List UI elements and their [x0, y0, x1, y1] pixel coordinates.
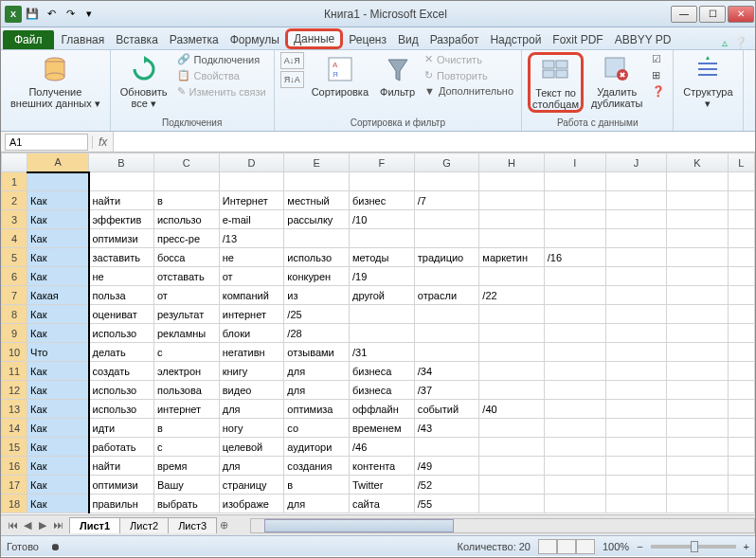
connections-button[interactable]: 🔗Подключения: [175, 52, 268, 66]
cell-K13[interactable]: [667, 400, 728, 419]
cell-I3[interactable]: [544, 210, 605, 229]
sort-az-button[interactable]: А↓Я: [280, 52, 304, 69]
cell-A8[interactable]: Как: [27, 305, 89, 324]
cell-K15[interactable]: [667, 438, 728, 457]
cell-D7[interactable]: компаний: [219, 286, 284, 305]
cell-L1[interactable]: [728, 172, 754, 191]
tab-view[interactable]: Вид: [392, 30, 424, 49]
cell-B15[interactable]: работать: [89, 438, 154, 457]
zoom-in-button[interactable]: +: [744, 541, 749, 552]
redo-icon[interactable]: ↷: [62, 6, 79, 23]
cell-K11[interactable]: [667, 362, 728, 381]
cell-K14[interactable]: [667, 419, 728, 438]
cell-H12[interactable]: [479, 381, 544, 400]
cell-J6[interactable]: [606, 267, 667, 286]
view-layout-button[interactable]: [557, 539, 576, 554]
close-button[interactable]: ✕: [728, 6, 754, 23]
cell-K10[interactable]: [667, 343, 728, 362]
cell-K16[interactable]: [667, 457, 728, 476]
cell-C1[interactable]: [153, 172, 219, 191]
cell-H7[interactable]: /22: [479, 286, 544, 305]
cell-A18[interactable]: Как: [27, 495, 89, 513]
cell-J9[interactable]: [606, 324, 667, 343]
cell-A15[interactable]: Как: [27, 438, 89, 457]
cell-H9[interactable]: [479, 324, 544, 343]
cell-F4[interactable]: [349, 229, 414, 248]
cell-F15[interactable]: /46: [349, 438, 414, 457]
cell-J18[interactable]: [606, 495, 667, 513]
cell-H2[interactable]: [479, 191, 544, 210]
cell-L3[interactable]: [728, 210, 754, 229]
cell-L15[interactable]: [728, 438, 754, 457]
cell-I12[interactable]: [544, 381, 605, 400]
cell-J13[interactable]: [606, 400, 667, 419]
cell-B7[interactable]: польза: [89, 286, 154, 305]
cell-G1[interactable]: [414, 172, 479, 191]
cell-C7[interactable]: от: [153, 286, 219, 305]
cell-B6[interactable]: не: [89, 267, 154, 286]
cell-J10[interactable]: [606, 343, 667, 362]
row-header-6[interactable]: 6: [2, 267, 27, 286]
cell-H14[interactable]: [479, 419, 544, 438]
cell-L8[interactable]: [728, 305, 754, 324]
cell-A7[interactable]: Какая: [27, 286, 89, 305]
cell-A5[interactable]: Как: [27, 248, 89, 267]
row-header-7[interactable]: 7: [2, 286, 27, 305]
row-header-5[interactable]: 5: [2, 248, 27, 267]
cell-F12[interactable]: бизнеса: [349, 381, 414, 400]
consolidate-button[interactable]: ⊞: [650, 68, 667, 82]
col-header-J[interactable]: J: [606, 153, 667, 172]
cell-L11[interactable]: [728, 362, 754, 381]
cell-I13[interactable]: [544, 400, 605, 419]
cell-A10[interactable]: Что: [27, 343, 89, 362]
refresh-all-button[interactable]: Обновить все ▾: [117, 52, 171, 111]
cell-D15[interactable]: целевой: [219, 438, 284, 457]
name-box[interactable]: [5, 134, 88, 151]
tab-nav-next[interactable]: ▶: [35, 519, 50, 531]
cell-A9[interactable]: Как: [27, 324, 89, 343]
cell-K8[interactable]: [667, 305, 728, 324]
cell-A13[interactable]: Как: [27, 400, 89, 419]
tab-review[interactable]: Реценз: [343, 30, 392, 49]
cell-D16[interactable]: для: [219, 457, 284, 476]
cell-J4[interactable]: [606, 229, 667, 248]
cell-B10[interactable]: делать: [89, 343, 154, 362]
tab-nav-prev[interactable]: ◀: [20, 519, 35, 531]
cell-B14[interactable]: идти: [89, 419, 154, 438]
cell-F10[interactable]: /31: [349, 343, 414, 362]
cell-D17[interactable]: страницу: [219, 476, 284, 495]
cell-F18[interactable]: сайта: [349, 495, 414, 513]
cell-B3[interactable]: эффектив: [89, 210, 154, 229]
cell-C10[interactable]: с: [153, 343, 219, 362]
text-to-columns-button[interactable]: Текст по столбцам: [528, 52, 584, 113]
clear-button[interactable]: ✕Очистить: [423, 52, 515, 66]
cell-F17[interactable]: Twitter: [349, 476, 414, 495]
cell-C6[interactable]: отставать: [153, 267, 219, 286]
cell-L2[interactable]: [728, 191, 754, 210]
cell-E14[interactable]: со: [284, 419, 350, 438]
edit-links-button[interactable]: ✎Изменить связи: [175, 84, 268, 99]
cell-I6[interactable]: [544, 267, 605, 286]
cell-G6[interactable]: [414, 267, 479, 286]
fx-icon[interactable]: fx: [92, 135, 113, 149]
cell-F14[interactable]: временем: [349, 419, 414, 438]
advanced-button[interactable]: ▼Дополнительно: [423, 84, 515, 98]
cell-C15[interactable]: с: [153, 438, 219, 457]
row-header-18[interactable]: 18: [2, 495, 27, 513]
save-icon[interactable]: 💾: [24, 6, 41, 23]
cell-A3[interactable]: Как: [27, 210, 89, 229]
cell-E5[interactable]: использо: [284, 248, 350, 267]
cell-G18[interactable]: /55: [414, 495, 479, 513]
row-header-2[interactable]: 2: [2, 191, 27, 210]
cell-K5[interactable]: [667, 248, 728, 267]
view-break-button[interactable]: [576, 539, 595, 554]
cell-G5[interactable]: традицио: [414, 248, 479, 267]
cell-C4[interactable]: пресс-ре: [153, 229, 219, 248]
cell-G8[interactable]: [414, 305, 479, 324]
cell-F6[interactable]: /19: [349, 267, 414, 286]
cell-C8[interactable]: результат: [153, 305, 219, 324]
cell-C3[interactable]: использо: [153, 210, 219, 229]
cell-A12[interactable]: Как: [27, 381, 89, 400]
cell-H15[interactable]: [479, 438, 544, 457]
cell-G10[interactable]: [414, 343, 479, 362]
